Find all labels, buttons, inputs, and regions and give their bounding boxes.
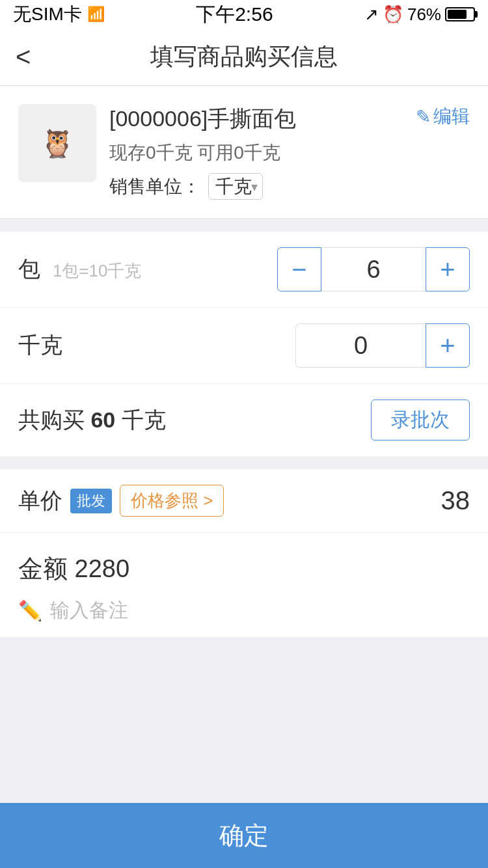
edit-icon: ✎	[416, 106, 431, 128]
kilogram-plus-button[interactable]: +	[426, 323, 470, 368]
product-card: 🦉 [0000006]手撕面包 现存0千克 可用0千克 销售单位： 千克 ✎ 编…	[0, 86, 488, 219]
separator-2	[0, 456, 488, 469]
status-left: 无SIM卡 📶	[13, 2, 105, 27]
edit-label: 编辑	[433, 104, 470, 129]
confirm-label: 确定	[219, 819, 269, 852]
total-row: 共购买 60 千克 录批次	[0, 384, 488, 456]
status-bar: 无SIM卡 📶 下午2:56 ↗ ⏰ 76%	[0, 0, 488, 29]
battery-icon	[445, 7, 475, 21]
wifi-icon: 📶	[87, 6, 105, 23]
battery-text: 76%	[407, 5, 441, 25]
package-qty-input[interactable]	[321, 247, 426, 292]
kilogram-qty-control: +	[295, 323, 470, 368]
note-row[interactable]: ✏️ 输入备注	[18, 597, 470, 624]
price-label: 单价	[18, 486, 62, 516]
package-label-group: 包 1包=10千克	[18, 254, 141, 284]
kilogram-label: 千克	[18, 331, 62, 360]
amount-row: 金额 2280	[18, 552, 470, 586]
package-qty-control: − +	[277, 247, 470, 292]
product-thumbnail: 🦉	[18, 104, 96, 182]
nav-bar: < 填写商品购买信息	[0, 29, 488, 86]
separator-1	[0, 219, 488, 232]
price-reference-button[interactable]: 价格参照 >	[120, 485, 224, 517]
kilogram-qty-input[interactable]	[295, 323, 426, 368]
price-section: 单价 批发 价格参照 > 38	[0, 469, 488, 532]
location-icon: ↗	[364, 5, 379, 25]
page-title: 填写商品购买信息	[150, 41, 338, 73]
note-placeholder[interactable]: 输入备注	[50, 597, 128, 624]
product-logo: 🦉	[40, 128, 74, 159]
unit-select[interactable]: 千克	[208, 173, 263, 200]
confirm-button[interactable]: 确定	[0, 803, 488, 868]
carrier-text: 无SIM卡	[13, 2, 82, 27]
total-unit: 千克	[122, 407, 166, 432]
total-prefix: 共购买	[18, 407, 85, 432]
product-unit-row: 销售单位： 千克	[109, 173, 470, 200]
pencil-icon: ✏️	[18, 599, 42, 622]
unit-select-wrap[interactable]: 千克	[208, 173, 263, 200]
batch-button[interactable]: 录批次	[371, 400, 470, 441]
price-value: 38	[441, 486, 470, 515]
package-hint: 1包=10千克	[53, 261, 142, 280]
total-text: 共购买 60 千克	[18, 405, 166, 435]
product-stock: 现存0千克 可用0千克	[109, 141, 470, 165]
back-button[interactable]: <	[16, 42, 31, 72]
package-plus-button[interactable]: +	[426, 247, 470, 292]
kilogram-row: 千克 +	[0, 308, 488, 384]
status-time: 下午2:56	[196, 1, 273, 28]
package-minus-button[interactable]: −	[277, 247, 321, 292]
alarm-icon: ⏰	[383, 5, 403, 25]
price-label-group: 单价 批发 价格参照 >	[18, 485, 224, 517]
package-label: 包	[18, 256, 40, 281]
amount-section: 金额 2280 ✏️ 输入备注	[0, 532, 488, 637]
total-amount: 60	[90, 407, 115, 432]
package-row: 包 1包=10千克 − +	[0, 232, 488, 308]
amount-label: 金额	[18, 555, 68, 582]
edit-button[interactable]: ✎ 编辑	[416, 104, 470, 129]
status-right: ↗ ⏰ 76%	[364, 5, 475, 25]
price-badge: 批发	[70, 489, 112, 513]
amount-value: 2280	[75, 555, 130, 582]
input-section: 包 1包=10千克 − + 千克 + 共购买 60 千克 录批次	[0, 232, 488, 456]
unit-label: 销售单位：	[109, 174, 200, 199]
